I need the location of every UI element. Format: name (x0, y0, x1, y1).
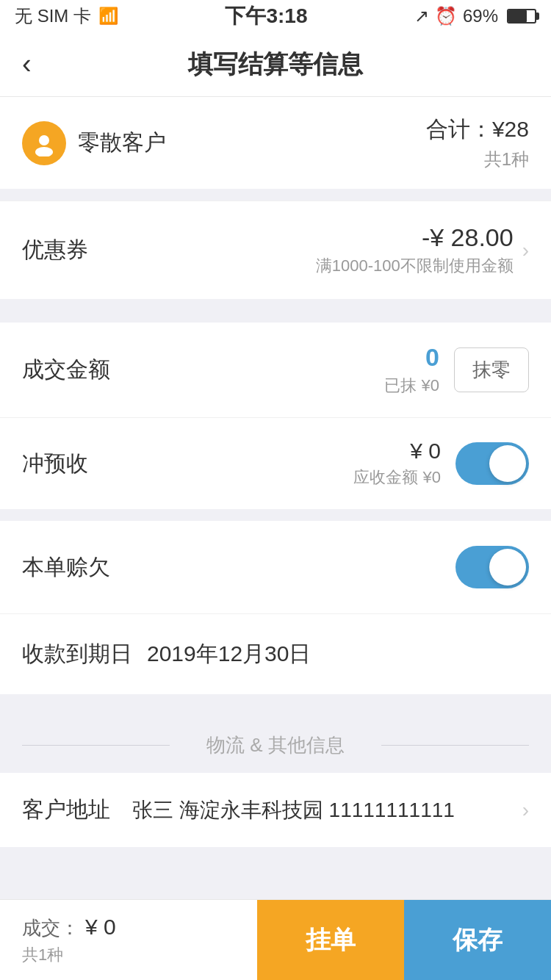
bottom-deal-value: ¥ 0 (85, 915, 116, 940)
coupon-section: 优惠券 -¥ 28.00 满1000-100不限制使用金额 › (0, 201, 551, 299)
transaction-value: 0 (384, 343, 439, 372)
prepay-toggle[interactable] (455, 442, 529, 485)
coupon-label: 优惠券 (22, 235, 88, 265)
wifi-icon: 📶 (98, 7, 118, 26)
customer-count: 共1种 (426, 148, 529, 171)
credit-toggle[interactable] (455, 546, 529, 588)
address-chevron-icon: › (522, 799, 529, 822)
logistics-line-left (22, 745, 170, 746)
address-row[interactable]: 客户地址 张三 海淀永丰科技园 11111111111 › (0, 773, 551, 847)
due-date-value: 2019年12月30日 (147, 639, 311, 669)
svg-point-0 (39, 135, 49, 145)
divider-2 (0, 509, 551, 521)
bottom-deal: 成交： ¥ 0 (22, 915, 235, 941)
due-date-row: 收款到期日 2019年12月30日 (0, 613, 551, 694)
save-button[interactable]: 保存 (404, 900, 551, 981)
due-date-label: 收款到期日 (22, 639, 132, 669)
customer-row: 零散客户 合计：¥28 共1种 (0, 97, 551, 189)
coupon-row[interactable]: 优惠券 -¥ 28.00 满1000-100不限制使用金额 › (0, 201, 551, 299)
customer-name: 零散客户 (78, 128, 166, 158)
transaction-row: 成交金额 0 已抹 ¥0 抹零 (0, 323, 551, 418)
bottom-count: 共1种 (22, 944, 235, 966)
transaction-subtxt: 已抹 ¥0 (384, 375, 439, 397)
nav-bar: ‹ 填写结算等信息 (0, 32, 551, 97)
credit-toggle-knob (489, 549, 526, 586)
coupon-amount: -¥ 28.00 (316, 223, 514, 252)
coupon-desc: 满1000-100不限制使用金额 (316, 255, 514, 277)
coupon-right: -¥ 28.00 满1000-100不限制使用金额 › (316, 223, 529, 277)
sim-status: 无 SIM 卡 (15, 4, 91, 28)
page-title: 填写结算等信息 (188, 48, 363, 82)
bottom-info: 成交： ¥ 0 共1种 (0, 915, 257, 966)
battery-percent: 69% (463, 6, 498, 26)
prepay-label: 冲预收 (22, 449, 88, 479)
bottom-deal-label: 成交： (22, 915, 79, 941)
address-label: 客户地址 (22, 795, 110, 825)
back-button[interactable]: ‹ (22, 48, 32, 80)
coupon-chevron-icon: › (522, 239, 529, 262)
logistics-line-right (381, 745, 529, 746)
address-section: 客户地址 张三 海淀永丰科技园 11111111111 › (0, 773, 551, 847)
prepay-subtxt: 应收金额 ¥0 (353, 466, 441, 489)
transaction-section: 成交金额 0 已抹 ¥0 抹零 冲预收 ¥ 0 应收金额 ¥0 (0, 323, 551, 509)
customer-section: 零散客户 合计：¥28 共1种 (0, 97, 551, 189)
logistics-label: 物流 & 其他信息 (206, 732, 345, 758)
transaction-label: 成交金额 (22, 355, 110, 385)
hang-button[interactable]: 挂单 (257, 900, 404, 981)
bottom-bar: 成交： ¥ 0 共1种 挂单 保存 (0, 899, 551, 980)
location-icon: ↗ (414, 6, 429, 26)
status-bar-left: 无 SIM 卡 📶 (15, 4, 118, 28)
divider-1 (0, 311, 551, 323)
credit-section: 本单赊欠 收款到期日 2019年12月30日 (0, 521, 551, 694)
credit-row: 本单赊欠 (0, 521, 551, 613)
credit-label: 本单赊欠 (22, 552, 110, 583)
customer-avatar (22, 121, 66, 165)
status-bar: 无 SIM 卡 📶 下午3:18 ↗ ⏰ 69% (0, 0, 551, 32)
prepay-value-wrap: ¥ 0 应收金额 ¥0 (353, 439, 441, 489)
svg-point-1 (35, 147, 53, 156)
transaction-value-wrap: 0 已抹 ¥0 (384, 343, 439, 397)
address-value: 张三 海淀永丰科技园 11111111111 (132, 796, 522, 824)
customer-right: 合计：¥28 共1种 (426, 115, 529, 171)
toggle-knob (489, 445, 526, 482)
transaction-right: 0 已抹 ¥0 抹零 (384, 343, 529, 397)
customer-left: 零散客户 (22, 121, 166, 165)
content-area: 零散客户 合计：¥28 共1种 优惠券 -¥ 28.00 满1000-100不限… (0, 97, 551, 947)
round-button[interactable]: 抹零 (454, 347, 529, 392)
prepay-right: ¥ 0 应收金额 ¥0 (353, 439, 529, 489)
coupon-value: -¥ 28.00 满1000-100不限制使用金额 (316, 223, 514, 277)
customer-total: 合计：¥28 (426, 115, 529, 145)
alarm-icon: ⏰ (435, 6, 457, 26)
prepay-value: ¥ 0 (353, 439, 441, 464)
battery-icon (507, 9, 536, 24)
status-bar-right: ↗ ⏰ 69% (414, 6, 536, 26)
status-bar-time: 下午3:18 (225, 2, 307, 30)
logistics-divider: 物流 & 其他信息 (0, 718, 551, 773)
prepay-row: 冲预收 ¥ 0 应收金额 ¥0 (0, 418, 551, 509)
divider-3 (0, 706, 551, 718)
